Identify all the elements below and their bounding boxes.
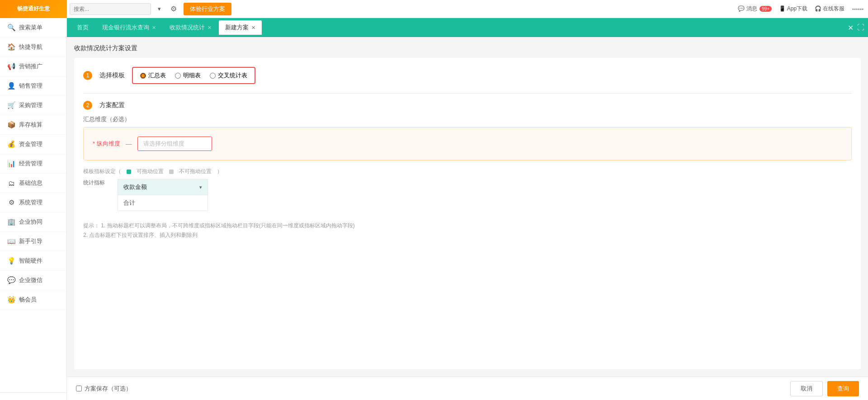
tab-bar-right: ✕ ⛶: [848, 24, 864, 32]
tab-2[interactable]: 收款情况统计✕: [163, 20, 218, 35]
query-button[interactable]: 查询: [827, 381, 859, 396]
sidebar-icon-7: 📊: [7, 160, 15, 168]
sidebar-item-0[interactable]: 🔍搜索菜单: [0, 18, 66, 38]
download-link[interactable]: 📱 App下载: [779, 5, 807, 13]
metrics-header[interactable]: 收款金额 ▾: [118, 179, 208, 195]
sidebar-icon-0: 🔍: [7, 24, 15, 32]
service-link[interactable]: 🎧 在线客服: [815, 5, 844, 13]
sidebar-item-6[interactable]: 💰资金管理: [0, 135, 66, 154]
divider1: [83, 93, 852, 94]
gear-icon[interactable]: ⚙: [167, 3, 180, 15]
sidebar-label-8: 基础信息: [19, 179, 42, 187]
sidebar-item-11[interactable]: 📖新手引导: [0, 232, 66, 251]
sidebar-icon-12: 💡: [7, 257, 15, 265]
sidebar-item-9[interactable]: ⚙系统管理: [0, 193, 66, 212]
sidebar-label-3: 销售管理: [19, 82, 42, 90]
sidebar-label-0: 搜索菜单: [19, 24, 42, 32]
sidebar-item-12[interactable]: 💡智能硬件: [0, 251, 66, 271]
sidebar-item-10[interactable]: 🏢企业协同: [0, 212, 66, 232]
sidebar-item-13[interactable]: 💬企业微信: [0, 271, 66, 290]
sidebar-label-2: 营销推广: [19, 62, 42, 71]
user-area[interactable]: ▪▪▪▪▪▪: [852, 6, 863, 12]
save-checkbox[interactable]: [76, 386, 82, 391]
radio-detail-input[interactable]: [175, 73, 181, 79]
radio-summary[interactable]: 汇总表: [140, 71, 166, 80]
metrics-tables: 统计指标 收款金额 ▾ 合计: [83, 179, 852, 211]
metrics-section: 模板指标设定（ 可拖动位置 不可拖动位置 ） 统计指标 收款金: [83, 168, 852, 211]
save-label: 方案保存（可选）: [85, 385, 132, 393]
radio-cross-input[interactable]: [210, 73, 216, 79]
footer-bar: 方案保存（可选） 取消 查询: [67, 376, 868, 400]
column-header-label: 收款金额: [123, 183, 147, 191]
sidebar-item-7[interactable]: 📊经营管理: [0, 154, 66, 174]
search-input[interactable]: [70, 3, 151, 15]
sidebar-item-8[interactable]: 🗂基础信息: [0, 174, 66, 193]
radio-summary-label: 汇总表: [148, 71, 166, 80]
save-option: 方案保存（可选）: [76, 385, 132, 393]
metrics-config-label: 模板指标设定（: [83, 168, 121, 175]
sidebar-icon-14: 👑: [7, 296, 15, 304]
content-area: 首页现金银行流水查询✕收款情况统计✕新建方案✕ ✕ ⛶ 收款情况统计方案设置 1…: [67, 18, 868, 400]
tip2: 2. 点击标题栏下拉可设置排序、插入列和删除列: [83, 231, 852, 239]
sidebar-icon-13: 💬: [7, 276, 15, 284]
template-options: 汇总表 明细表 交叉统计表: [132, 67, 255, 84]
sidebar-bottom: [0, 392, 66, 400]
tips-section: 提示： 1. 拖动标题栏可以调整布局，不可跨维度或指标区域拖动栏目字段(只能在同…: [83, 222, 852, 239]
tab-bar: 首页现金银行流水查询✕收款情况统计✕新建方案✕ ✕ ⛶: [67, 18, 868, 37]
dimension-row: * 纵向维度 — 请选择分组维度: [93, 136, 842, 151]
industry-button[interactable]: 体验行业方案: [184, 3, 231, 15]
sidebar-label-11: 新手引导: [19, 237, 42, 245]
stats-title: 统计指标: [83, 179, 110, 187]
vertical-label: * 纵向维度: [93, 140, 120, 148]
sidebar-label-5: 库存核算: [19, 121, 42, 129]
tab-close-2[interactable]: ✕: [208, 25, 212, 31]
draggable-dot: [127, 169, 131, 174]
sidebar-label-12: 智能硬件: [19, 257, 42, 265]
tab-label-1: 现金银行流水查询: [102, 24, 149, 32]
radio-detail-label: 明细表: [183, 71, 201, 80]
maximize-icon[interactable]: ⛶: [857, 24, 864, 32]
radio-cross[interactable]: 交叉统计表: [210, 71, 247, 80]
tab-0[interactable]: 首页: [71, 20, 95, 35]
metrics-legend: 模板指标设定（ 可拖动位置 不可拖动位置 ）: [83, 168, 852, 175]
message-badge: 99+: [760, 6, 772, 12]
tab-close-3[interactable]: ✕: [251, 25, 255, 31]
tab-1[interactable]: 现金银行流水查询✕: [96, 20, 162, 35]
sidebar-item-3[interactable]: 👤销售管理: [0, 76, 66, 96]
radio-cross-label: 交叉统计表: [218, 71, 247, 80]
tab-3[interactable]: 新建方案✕: [219, 20, 262, 35]
sidebar-item-2[interactable]: 📢营销推广: [0, 57, 66, 76]
tab-label-3: 新建方案: [225, 24, 249, 32]
fixed-label: 不可拖动位置: [179, 168, 212, 175]
sidebar: 🔍搜索菜单🏠快捷导航📢营销推广👤销售管理🛒采购管理📦库存核算💰资金管理📊经营管理…: [0, 18, 67, 400]
sidebar-item-4[interactable]: 🛒采购管理: [0, 96, 66, 115]
sidebar-item-1[interactable]: 🏠快捷导航: [0, 38, 66, 57]
step2-badge: 2: [83, 101, 92, 110]
step2-label: 方案配置: [99, 101, 125, 109]
stats-label-cell: 统计指标: [83, 179, 110, 211]
sidebar-icon-2: 📢: [7, 62, 15, 71]
group-dimension-select[interactable]: 请选择分组维度: [137, 136, 212, 151]
sidebar-label-1: 快捷导航: [19, 43, 42, 51]
close-paren: ）: [217, 168, 222, 175]
header-dropdown-icon[interactable]: ▾: [199, 184, 202, 190]
sidebar-label-9: 系统管理: [19, 198, 42, 207]
radio-summary-input[interactable]: [140, 73, 146, 79]
step2-row: 2 方案配置: [83, 101, 852, 110]
cancel-button[interactable]: 取消: [790, 381, 823, 396]
tab-close-1[interactable]: ✕: [152, 25, 156, 31]
radio-detail[interactable]: 明细表: [175, 71, 201, 80]
dropdown-icon[interactable]: ▾: [155, 5, 164, 14]
step1-row: 1 选择模板 汇总表 明细表 交叉统计表: [83, 67, 852, 84]
sidebar-icon-10: 🏢: [7, 218, 15, 226]
sidebar-item-14[interactable]: 👑畅会员: [0, 290, 66, 310]
sidebar-item-5[interactable]: 📦库存核算: [0, 115, 66, 135]
message-link[interactable]: 💬 消息 99+: [738, 5, 772, 13]
sidebar-label-4: 采购管理: [19, 101, 42, 109]
sidebar-icon-1: 🏠: [7, 43, 15, 51]
dimension-area: * 纵向维度 — 请选择分组维度: [83, 127, 852, 160]
sidebar-icon-8: 🗂: [7, 179, 15, 187]
close-window-icon[interactable]: ✕: [848, 24, 854, 32]
tip1: 提示： 1. 拖动标题栏可以调整布局，不可跨维度或指标区域拖动栏目字段(只能在同…: [83, 222, 852, 230]
sidebar-icon-3: 👤: [7, 82, 15, 90]
